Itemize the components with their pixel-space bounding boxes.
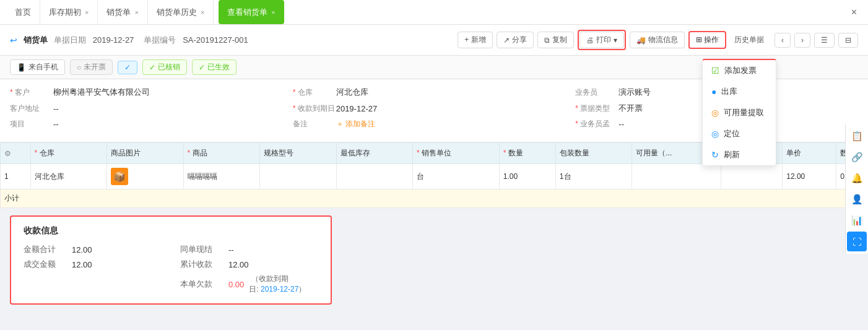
tab-inventory-init-close[interactable]: × — [85, 9, 89, 16]
tab-inventory-init[interactable]: 库存期初 × — [40, 0, 98, 24]
tab-sales-history[interactable]: 销货单历史 × — [148, 0, 214, 24]
subtotal-row: 小计 — [1, 189, 868, 208]
customer-field: 客户 柳州粤港平安气体有限公司 — [10, 87, 293, 98]
cell-stock — [721, 164, 783, 189]
tab-home[interactable]: 首页 — [6, 0, 40, 24]
payment-title: 收款信息 — [24, 225, 318, 237]
subtotal-label: 小计 — [1, 189, 868, 208]
sidebar-clipboard-icon[interactable]: 📋 — [847, 126, 867, 146]
due-date-note: 2019-12-27 — [261, 285, 298, 293]
cell-warehouse: 河北仓库 — [30, 164, 106, 189]
new-button[interactable]: + 新增 — [458, 32, 492, 48]
tab-sales-order[interactable]: 销货单 × — [98, 0, 147, 24]
doc-number-label: 单据编号 SA-20191227-001 — [144, 35, 248, 46]
warehouse-label: 仓库 — [293, 87, 336, 98]
project-label: 项目 — [10, 119, 53, 129]
col-price: 单价 — [783, 143, 836, 164]
plus-icon: ＋ — [336, 119, 344, 128]
print-dropdown-arrow: ▾ — [614, 36, 617, 45]
print-icon: 🖨 — [586, 36, 594, 45]
project-value: -- — [53, 119, 59, 129]
copy-button[interactable]: ⧉ 复制 — [537, 32, 574, 48]
sales-manager-value: -- — [618, 119, 624, 129]
sidebar-expand-icon[interactable]: ⛶ — [847, 232, 867, 251]
doc-meta: 单据日期 2019-12-27 单据编号 SA-20191227-001 — [54, 35, 248, 46]
cumulative-row: 累计收款 12.00 — [180, 259, 318, 270]
col-warehouse: 仓库 — [30, 143, 106, 164]
salesperson-value: 演示账号 — [618, 87, 651, 98]
print-button[interactable]: 🖨 打印 ▾ — [579, 32, 624, 48]
transaction-amount-label: 成交金额 — [24, 259, 67, 270]
col-pack-qty: 包装数量 — [555, 143, 631, 164]
note-label: 备注 — [293, 119, 336, 129]
due-note: （收款到期日: 2019-12-27） — [249, 274, 318, 295]
tab-sales-order-close[interactable]: × — [134, 9, 138, 16]
cell-available — [632, 164, 721, 189]
address-field: 客户地址 -- — [10, 103, 293, 114]
tab-operations[interactable]: ⊞ 操作 — [688, 31, 726, 49]
nav-next-button[interactable]: › — [794, 33, 810, 48]
cell-unit: 台 — [413, 164, 500, 189]
settings-icon[interactable]: ⚙ — [4, 149, 11, 158]
dropdown-outbound[interactable]: ● 出库 — [703, 81, 776, 102]
sidebar-chart-icon[interactable]: 📊 — [847, 211, 867, 230]
cell-price: 12.00 — [783, 164, 836, 189]
logistics-button[interactable]: 🚚 物流信息 — [630, 32, 685, 48]
tab-sales-history-close[interactable]: × — [201, 9, 204, 16]
cell-min-stock — [336, 164, 412, 189]
col-product-img: 商品图片 — [107, 143, 183, 164]
tab-check-sales-close[interactable]: × — [271, 9, 275, 16]
check-icon-badge: ✓ — [118, 61, 137, 74]
doc-type-label: 销货单 — [24, 35, 48, 46]
sidebar-notification-icon[interactable]: 🔔 — [847, 168, 867, 188]
verified-badge: ✓ 已核销 — [142, 59, 187, 75]
cell-pack-qty: 1台 — [555, 164, 631, 189]
effective-check-icon: ✓ — [199, 63, 205, 72]
outbound-icon: ● — [711, 87, 716, 97]
dropdown-refresh[interactable]: ↻ 刷新 — [703, 144, 776, 165]
doc-date-label: 单据日期 2019-12-27 — [54, 35, 134, 46]
address-value: -- — [53, 104, 59, 113]
view-grid-button[interactable]: ⊟ — [838, 33, 858, 48]
cell-seq: 1 — [1, 164, 31, 189]
sidebar-link-icon[interactable]: 🔗 — [847, 147, 867, 167]
total-amount-label: 金额合计 — [24, 244, 67, 255]
payment-info-box: 收款信息 金额合计 12.00 同单现结 -- 成交金额 12.00 累计收款 … — [10, 215, 332, 305]
project-field: 项目 -- — [10, 119, 293, 129]
sidebar-person-icon[interactable]: 👤 — [847, 189, 867, 209]
tab-bar: 首页 库存期初 × 销货单 × 销货单历史 × 查看销货单 × × — [0, 0, 868, 25]
current-due-label: 本单欠款 — [180, 279, 224, 290]
right-sidebar: 📋 🔗 🔔 👤 📊 ⛶ — [845, 124, 868, 254]
col-settings: ⚙ — [1, 143, 31, 164]
table-row: 1 河北仓库 📦 嗝嗝嗝嗝 台 1.00 1台 12.00 0. — [1, 164, 868, 189]
warehouse-field: 仓库 河北仓库 — [293, 87, 576, 98]
cell-product: 嗝嗝嗝嗝 — [183, 164, 259, 189]
same-order-row: 同单现结 -- — [180, 244, 318, 255]
tab-history[interactable]: 历史单据 — [727, 32, 771, 48]
tab-bar-close-button[interactable]: × — [846, 7, 862, 18]
col-product: 商品 — [183, 143, 259, 164]
nav-prev-button[interactable]: ‹ — [775, 33, 791, 48]
not-opened-icon: ○ — [77, 63, 81, 72]
dropdown-available-qty[interactable]: ◎ 可用量提取 — [703, 102, 776, 123]
col-qty: 数量 — [499, 143, 555, 164]
total-amount-value: 12.00 — [72, 245, 92, 254]
cell-qty: 1.00 — [499, 164, 555, 189]
current-due-value: 0.00 — [228, 280, 244, 289]
cumulative-value: 12.00 — [228, 260, 249, 269]
from-phone-button[interactable]: 📱 来自手机 — [10, 59, 65, 75]
nav-tabs: ⊞ 操作 历史单据 — [688, 31, 771, 49]
transaction-amount-row: 成交金额 12.00 — [24, 259, 162, 270]
customer-label: 客户 — [10, 87, 53, 98]
due-date-field: 收款到期日 2019-12-27 — [293, 103, 576, 114]
col-spec: 规格型号 — [260, 143, 336, 164]
view-list-button[interactable]: ☰ — [814, 33, 835, 48]
share-button[interactable]: ↗ 分享 — [497, 32, 534, 48]
dropdown-add-invoice[interactable]: ☑ 添加发票 — [703, 60, 776, 81]
product-image: 📦 — [111, 168, 128, 185]
tab-check-sales[interactable]: 查看销货单 × — [219, 0, 284, 24]
add-note-button[interactable]: ＋ 添加备注 — [336, 119, 375, 129]
doc-title-area: ↩ 销货单 单据日期 2019-12-27 单据编号 SA-20191227-0… — [10, 35, 454, 46]
payment-grid: 金额合计 12.00 同单现结 -- 成交金额 12.00 累计收款 12.00… — [24, 244, 318, 295]
dropdown-locate[interactable]: ◎ 定位 — [703, 123, 776, 144]
